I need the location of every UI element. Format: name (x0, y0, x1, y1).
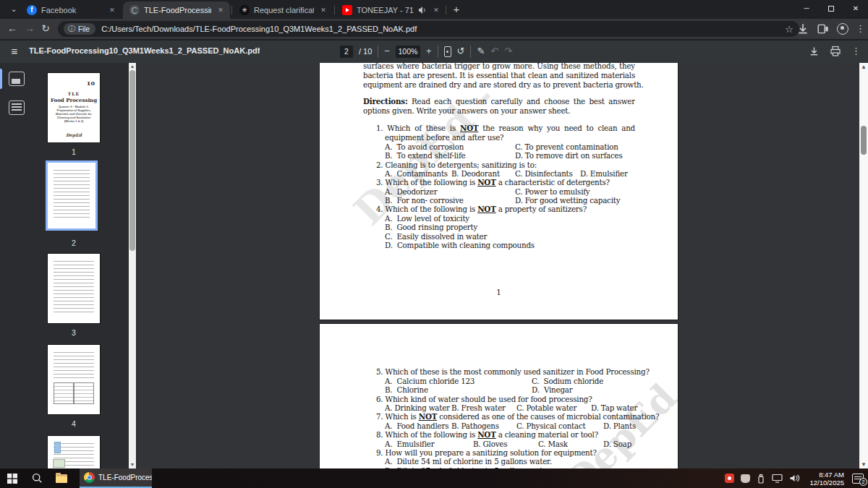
bookmark-star-icon[interactable]: ☆ (785, 24, 793, 35)
pdf-text-line: bacteria that are present. It is essenti… (363, 71, 635, 80)
redo-icon[interactable]: ↷ (504, 45, 512, 58)
window-controls: ─ ✕ (794, 0, 868, 19)
sidebar-scroll-thumb[interactable] (129, 70, 135, 251)
forward-button[interactable]: → (22, 21, 38, 37)
file-chip-label: File (78, 25, 90, 33)
pdf-text-line: B. To extend shelf-life (385, 151, 465, 160)
zoom-in-button[interactable]: + (426, 45, 432, 58)
browser-menu-icon[interactable]: ⋮ (856, 22, 865, 36)
page-thumbnail-label: 4 (48, 419, 100, 428)
pdf-text-line: A. Drinking water (385, 403, 450, 412)
browser-toolbar: ← → ↻ ⓘ File C:/Users/Tech/Downloads/TLE… (0, 19, 868, 39)
file-chip[interactable]: ⓘ File (64, 23, 95, 35)
new-tab-button[interactable]: + (448, 2, 464, 17)
document-area: DepEd - surfaces where bacteria trigger … (137, 63, 859, 468)
rotate-icon[interactable]: ↺ (457, 45, 465, 58)
taskbar-chrome-button[interactable]: TLE-FoodProcessin... (80, 468, 152, 488)
zoom-out-button[interactable]: − (384, 45, 390, 58)
scroll-down-icon[interactable]: ▼ (129, 461, 136, 468)
taskbar: TLE-FoodProcessin... 8:47 AM 12/10/2025 (0, 468, 868, 488)
tab-search-button[interactable]: ⌄ (6, 3, 22, 16)
page-thumbnail[interactable]: 10TLEFood ProcessingQuarter 3 – Module 1… (48, 73, 100, 142)
page-thumbnail-label: 3 (48, 328, 100, 337)
tab-pdf[interactable]: TLE-FoodProcessing10_Q3M1W ✕ (123, 1, 230, 19)
main-scroll-thumb[interactable] (861, 126, 867, 155)
page-thumbnail[interactable] (48, 254, 100, 323)
close-window-button[interactable]: ✕ (843, 0, 868, 19)
pdf-text-line: B. Deodorant (451, 169, 500, 178)
scroll-up-icon[interactable]: ▲ (859, 63, 868, 71)
tab-facebook[interactable]: f Facebook ✕ (20, 1, 122, 19)
pdf-page-2: DepEd - surfaces where bacteria trigger … (320, 63, 678, 320)
divider (438, 46, 438, 58)
pdf-more-icon[interactable]: ⋮ (851, 45, 861, 58)
outline-panel-icon[interactable] (9, 100, 25, 115)
taskbar-app-label: TLE-FoodProcessin... (98, 474, 152, 481)
tab-youtube[interactable]: TONEEJAY - 711 (Lyrics), Rh ✕ (336, 1, 446, 19)
speaker-icon[interactable] (789, 474, 800, 483)
download-icon[interactable] (796, 22, 809, 35)
page-thumbnail[interactable] (48, 345, 100, 414)
sidebar-scrollbar[interactable]: ▲ ▼ (129, 63, 136, 468)
pdf-text-line: 5. Which of these is the most commonly u… (376, 367, 650, 376)
pdf-text-line: A. Low level of toxicity (385, 214, 469, 223)
facebook-icon: f (27, 5, 37, 15)
thumbnails-panel-icon[interactable] (9, 72, 25, 86)
pdf-menu-icon[interactable]: ≡ (7, 44, 22, 59)
start-button[interactable] (0, 468, 25, 488)
print-icon[interactable] (830, 46, 841, 57)
pdf-text-line: A. Food handlers (385, 421, 448, 430)
pdf-text-line: A. Emulsifier (385, 440, 434, 448)
clock-time: 8:47 AM (809, 471, 844, 479)
pdf-text-line: C. Sodium chloride (532, 377, 603, 385)
tab-chatgpt[interactable]: ✳ Request clarification on task ✕ (233, 1, 333, 19)
close-icon[interactable]: ✕ (216, 5, 226, 15)
maximize-button[interactable] (819, 0, 843, 19)
address-bar[interactable]: ⓘ File C:/Users/Tech/Downloads/TLE-FoodP… (58, 21, 799, 37)
usb-device-icon[interactable] (757, 474, 765, 484)
tab-divider (231, 6, 232, 14)
network-display-icon[interactable] (772, 474, 783, 483)
pdf-text-line: options given. Write your answers on you… (363, 106, 570, 115)
reload-button[interactable]: ↻ (38, 21, 54, 37)
file-explorer-button[interactable] (49, 468, 74, 488)
minimize-button[interactable]: ─ (794, 0, 819, 19)
chatgpt-icon: ✳ (239, 5, 250, 15)
close-icon[interactable]: ✕ (107, 5, 117, 15)
zoom-level[interactable]: 100% (396, 46, 420, 58)
notification-badge: 2 (859, 478, 867, 486)
profile-avatar-icon[interactable] (837, 23, 848, 35)
back-button[interactable]: ← (4, 21, 20, 37)
scroll-down-icon[interactable]: ▼ (859, 461, 868, 468)
pdf-download-icon[interactable] (809, 46, 820, 57)
tab-title: Facebook (41, 6, 103, 14)
desktop: ⌄ f Facebook ✕ TLE-FoodProcessing10_Q3M1… (0, 0, 868, 488)
pdf-text-line: B. Pathogens (451, 421, 499, 430)
tab-strip: ⌄ f Facebook ✕ TLE-FoodProcessing10_Q3M1… (0, 0, 868, 19)
page-thumbnail-label: 2 (48, 239, 100, 247)
pdf-text-line: equipment are drained dry and are stored… (363, 80, 644, 89)
page-thumbnail[interactable] (48, 436, 100, 468)
annotate-icon[interactable]: ✎ (477, 45, 485, 58)
tab-audio-icon[interactable] (418, 6, 427, 14)
close-icon[interactable]: ✕ (431, 5, 441, 15)
taskbar-clock[interactable]: 8:47 AM 12/10/2025 (807, 471, 844, 487)
extensions-icon[interactable] (817, 22, 830, 35)
page-thumbnail[interactable] (46, 160, 98, 231)
tray-app-icon[interactable] (725, 474, 734, 483)
pdf-text-line: A. Deodorizer (385, 187, 437, 196)
search-icon (32, 473, 43, 484)
main-scrollbar[interactable]: ▲ ▼ (859, 63, 868, 468)
scroll-up-icon[interactable]: ▲ (129, 63, 136, 70)
tab-title: TLE-FoodProcessing10_Q3M1W (144, 6, 211, 14)
page-number-input[interactable]: 2 (340, 46, 353, 58)
pdf-text-line: surfaces where bacteria trigger to grow … (363, 63, 635, 70)
fit-page-icon[interactable] (444, 46, 451, 57)
tray-app2-icon[interactable] (741, 474, 750, 483)
taskbar-search-button[interactable] (25, 468, 49, 488)
pdf-toolbar: ≡ TLE-FoodProcessing10_Q3M1Weeks1_2_PASS… (0, 40, 868, 63)
close-icon[interactable]: ✕ (318, 5, 328, 15)
notification-center-button[interactable]: 2 (852, 474, 864, 484)
undo-icon[interactable]: ↶ (490, 45, 498, 58)
pdf-text-line: B. Chlorine (385, 385, 428, 394)
